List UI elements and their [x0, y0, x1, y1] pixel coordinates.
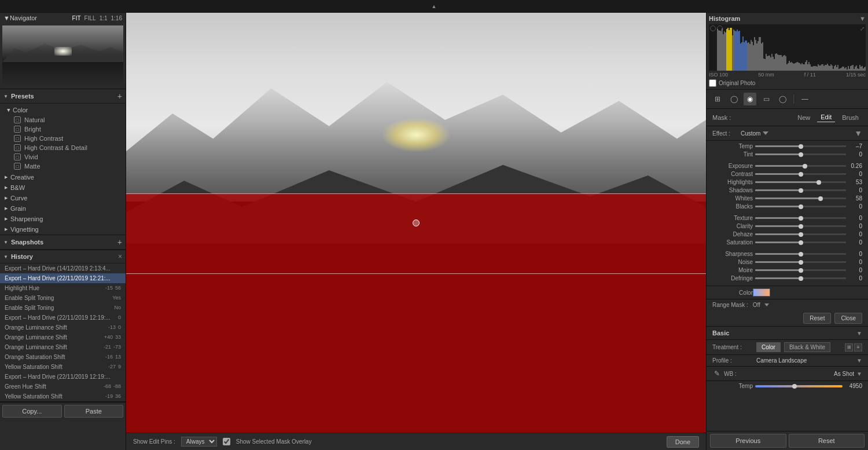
rp-reset-button[interactable]: Reset	[789, 434, 865, 448]
slider-thumb-shadows[interactable]	[799, 188, 803, 193]
previous-button[interactable]: Previous	[710, 434, 786, 448]
slider-track-dehaze[interactable]	[755, 233, 846, 235]
preset-natural[interactable]: □ Natural	[0, 115, 126, 125]
slider-track-tint[interactable]	[755, 153, 846, 155]
history-item-9[interactable]: Orange Saturation Shift-1613	[0, 352, 126, 362]
mask-new-btn[interactable]: New	[794, 112, 814, 122]
slider-track-saturation[interactable]	[755, 242, 846, 243]
mask-brush-btn[interactable]: Brush	[838, 112, 862, 122]
snapshots-header[interactable]: ▼ Snapshots +	[0, 235, 126, 250]
effect-expand-icon[interactable]: ▼	[854, 129, 862, 138]
tool-minus[interactable]: —	[799, 93, 811, 105]
preset-high-contrast[interactable]: □ High Contrast	[0, 134, 126, 143]
profile-grid-icon[interactable]: ⊞	[845, 343, 853, 352]
slider-thumb-blacks[interactable]	[799, 204, 803, 209]
preset-group-bw[interactable]: ▶ B&W	[0, 182, 126, 193]
tool-grid[interactable]: ⊞	[711, 93, 724, 105]
presets-header[interactable]: ▼ Presets +	[0, 89, 126, 104]
history-item-13[interactable]: Yellow Saturation Shift-1936	[0, 392, 126, 401]
slider-thumb-highlights[interactable]	[816, 180, 821, 185]
preset-bright[interactable]: □ Bright	[0, 125, 126, 134]
paste-button[interactable]: Paste	[64, 405, 124, 418]
history-item-1[interactable]: Export – Hard Drive (22/11/2019 12:21:..…	[0, 273, 126, 283]
slider-track-blacks[interactable]	[755, 206, 846, 207]
slider-thumb-noise[interactable]	[799, 260, 803, 265]
preset-group-grain[interactable]: ▶ Grain	[0, 203, 126, 214]
history-item-7[interactable]: Orange Luminance Shift+4033	[0, 332, 126, 342]
slider-thumb-texture[interactable]	[799, 216, 803, 221]
hist-expand-btn[interactable]: ⤢	[860, 25, 865, 32]
original-photo-checkbox[interactable]	[709, 79, 716, 87]
slider-thumb-temp[interactable]	[799, 144, 803, 149]
histogram-expand-icon[interactable]: ▼	[859, 15, 866, 22]
temp-thumb[interactable]	[792, 384, 797, 389]
slider-thumb-contrast[interactable]	[799, 172, 803, 177]
preset-group-sharpening[interactable]: ▶ Sharpening	[0, 214, 126, 224]
preset-group-creative[interactable]: ▶ Creative	[0, 172, 126, 182]
preset-group-vignetting[interactable]: ▶ Vignetting	[0, 224, 126, 235]
profile-list-icon[interactable]: ≡	[854, 343, 862, 352]
preset-vivid[interactable]: □ Vivid	[0, 152, 126, 162]
hist-shadow-warn[interactable]	[710, 25, 716, 31]
effect-dropdown-icon[interactable]	[763, 131, 768, 135]
preset-group-curve[interactable]: ▶ Curve	[0, 193, 126, 203]
slider-thumb-exposure[interactable]	[803, 164, 807, 169]
history-item-11[interactable]: Export – Hard Drive (22/11/2019 12:19:..…	[0, 372, 126, 382]
slider-track-exposure[interactable]	[755, 165, 846, 167]
slider-track-clarity[interactable]	[755, 225, 846, 227]
color-swatch[interactable]	[753, 288, 770, 297]
slider-track-shadows[interactable]	[755, 189, 846, 191]
photo-center-dot[interactable]	[413, 219, 420, 226]
mask-edit-btn[interactable]: Edit	[817, 112, 835, 122]
slider-thumb-clarity[interactable]	[799, 224, 803, 229]
slider-thumb-moire[interactable]	[799, 268, 803, 273]
edit-pins-select[interactable]: Always Never Auto	[181, 437, 217, 447]
slider-thumb-whites[interactable]	[818, 196, 823, 201]
history-header[interactable]: ▼ History ×	[0, 250, 126, 264]
slider-track-whites[interactable]	[755, 197, 846, 199]
slider-track-contrast[interactable]	[755, 173, 846, 175]
history-item-4[interactable]: Enable Split ToningNo	[0, 303, 126, 313]
copy-button[interactable]: Copy...	[2, 405, 62, 418]
treatment-bw-btn[interactable]: Black & White	[784, 342, 830, 352]
history-item-5[interactable]: Export – Hard Drive (22/11/2019 12:19:..…	[0, 313, 126, 323]
done-button[interactable]: Done	[667, 436, 699, 448]
slider-thumb-tint[interactable]	[799, 152, 803, 157]
history-item-6[interactable]: Orange Luminance Shift-130	[0, 323, 126, 332]
show-overlay-checkbox[interactable]	[223, 438, 230, 445]
slider-thumb-sharpness[interactable]	[799, 252, 803, 257]
tool-circle[interactable]: ◯	[727, 93, 740, 105]
snapshots-add-icon[interactable]: +	[117, 237, 122, 247]
history-item-0[interactable]: Export – Hard Drive (14/12/2019 2:13:4..…	[0, 264, 126, 273]
presets-add-icon[interactable]: +	[117, 92, 122, 101]
history-item-12[interactable]: Green Hue Shift-68-88	[0, 382, 126, 392]
slider-track-texture[interactable]	[755, 217, 846, 219]
history-item-2[interactable]: Highlight Hue-1556	[0, 283, 126, 293]
preset-matte[interactable]: □ Matte	[0, 162, 126, 171]
history-item-3[interactable]: Enable Split ToningYes	[0, 293, 126, 303]
temp-slider[interactable]	[755, 385, 843, 387]
treatment-color-btn[interactable]: Color	[756, 342, 781, 352]
slider-track-defringe[interactable]	[755, 277, 846, 279]
slider-thumb-defringe[interactable]	[799, 276, 803, 281]
preset-group-color-header[interactable]: ▶ Color	[0, 105, 126, 115]
slider-thumb-saturation[interactable]	[799, 240, 803, 245]
slider-track-noise[interactable]	[755, 261, 846, 263]
wb-eyedropper-icon[interactable]: ✎	[712, 369, 722, 378]
nav-1to16[interactable]: 1:16	[111, 15, 122, 21]
history-item-10[interactable]: Yellow Saturation Shift-279	[0, 362, 126, 372]
wb-dropdown-icon[interactable]: ▼	[856, 371, 862, 377]
profile-dropdown[interactable]: ▼	[856, 357, 862, 364]
navigator-header[interactable]: ▼ Navigator FIT FILL 1:1 1:16	[0, 13, 126, 23]
nav-fit[interactable]: FIT	[72, 15, 81, 21]
top-arrow-up[interactable]: ▲	[432, 3, 437, 9]
basic-header[interactable]: Basic ▼	[707, 327, 868, 340]
slider-track-sharpness[interactable]	[755, 253, 846, 255]
slider-track-highlights[interactable]	[755, 181, 846, 183]
history-item-8[interactable]: Orange Luminance Shift-21-73	[0, 342, 126, 352]
reset-button[interactable]: Reset	[803, 313, 831, 324]
tool-rect[interactable]: ▭	[760, 93, 773, 105]
close-button[interactable]: Close	[834, 313, 862, 324]
slider-thumb-dehaze[interactable]	[799, 232, 803, 237]
tool-radial[interactable]: ◉	[744, 93, 756, 105]
